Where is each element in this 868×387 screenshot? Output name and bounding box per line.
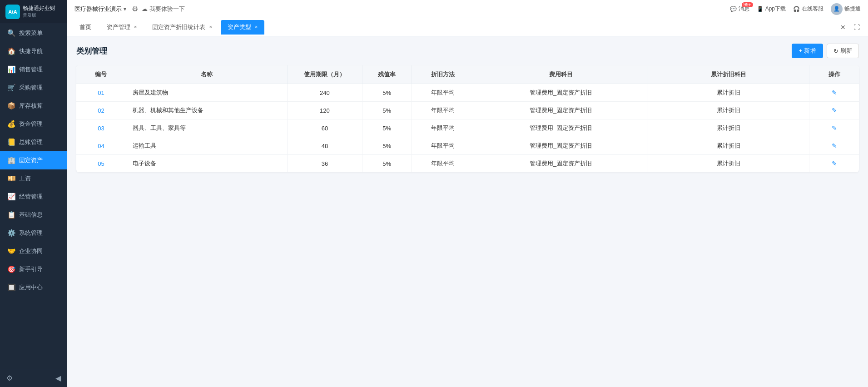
sidebar-item-label-salary: 工资 <box>19 174 31 183</box>
category-table: 编号 名称 使用期限（月） 残值率 折旧方法 费用科目 累计折旧科目 操作 01… <box>76 65 859 172</box>
cell-method-4: 年限平均 <box>412 155 474 173</box>
sidebar-item-label-sales: 销售管理 <box>19 65 43 74</box>
search-icon: 🔍 <box>7 29 15 37</box>
tab-bar-actions: ✕ ⛶ <box>837 21 863 33</box>
sidebar-item-capital[interactable]: 💰 资金管理 <box>0 115 67 133</box>
sidebar-item-app-center[interactable]: 🔲 应用中心 <box>0 278 67 297</box>
sidebar: AtA 畅捷通好业财 普及版 🔍 搜索菜单 🏠 快捷导航 📊 销售管理 🛒 采购… <box>0 0 67 387</box>
ledger-icon: 📒 <box>7 138 15 146</box>
app-center-icon: 🔲 <box>7 283 15 292</box>
sidebar-item-guide[interactable]: 🎯 新手引导 <box>0 260 67 278</box>
cell-name-2: 器具、工具、家具等 <box>126 119 288 137</box>
experience-button[interactable]: ☁ 我要体验一下 <box>142 5 185 13</box>
sidebar-item-sales[interactable]: 📊 销售管理 <box>0 60 67 79</box>
cell-no-0[interactable]: 01 <box>76 84 126 102</box>
tab-asset-type[interactable]: 资产类型 × <box>221 20 264 35</box>
sidebar-item-quick-nav[interactable]: 🏠 快捷导航 <box>0 42 67 60</box>
dropdown-arrow-icon: ▾ <box>124 6 126 12</box>
sidebar-item-enterprise[interactable]: 🤝 企业协同 <box>0 242 67 260</box>
cell-accumulation-2: 累计折旧 <box>648 119 809 137</box>
quick-nav-icon: 🏠 <box>7 47 15 55</box>
topbar-left: 医疗器械行业演示 ▾ ⚙ ☁ 我要体验一下 <box>74 5 185 13</box>
cell-no-4[interactable]: 05 <box>76 155 126 173</box>
tab-asset-mgmt[interactable]: 资产管理 × <box>100 20 144 35</box>
refresh-button[interactable]: ↻ 刷新 <box>827 44 859 58</box>
tab-close-btn[interactable]: ✕ <box>837 21 849 33</box>
add-button[interactable]: + 新增 <box>792 44 823 58</box>
topbar: 医疗器械行业演示 ▾ ⚙ ☁ 我要体验一下 💬 消息 99+ 📱 App下载 🎧… <box>67 0 868 18</box>
cell-method-2: 年限平均 <box>412 119 474 137</box>
th-accumulation: 累计折旧科目 <box>648 65 809 84</box>
table-row: 05 电子设备 36 5% 年限平均 管理费用_固定资产折旧 累计折旧 ✎ <box>76 155 859 173</box>
sidebar-item-label-ledger: 总账管理 <box>19 138 43 146</box>
user-menu[interactable]: 👤 畅捷通 <box>831 3 861 15</box>
sidebar-item-label-purchase: 采购管理 <box>19 84 43 92</box>
cell-no-3[interactable]: 04 <box>76 137 126 155</box>
edit-icon-0[interactable]: ✎ <box>832 89 837 96</box>
sidebar-item-system[interactable]: ⚙️ 系统管理 <box>0 224 67 242</box>
home-tab-label: 首页 <box>79 23 91 31</box>
inventory-icon: 📦 <box>7 102 15 110</box>
tab-depreciation-close[interactable]: × <box>209 25 212 30</box>
sidebar-item-salary[interactable]: 💴 工资 <box>0 169 67 188</box>
cell-accumulation-1: 累计折旧 <box>648 102 809 119</box>
sidebar-item-operations[interactable]: 📈 经营管理 <box>0 188 67 206</box>
cell-action-2: ✎ <box>809 119 859 137</box>
sidebar-item-search[interactable]: 🔍 搜索菜单 <box>0 24 67 42</box>
th-residual: 残值率 <box>362 65 412 84</box>
app-download-icon: 📱 <box>757 6 764 12</box>
sidebar-item-label-app-center: 应用中心 <box>19 283 43 292</box>
tab-asset-type-label: 资产类型 <box>228 23 251 31</box>
cell-method-1: 年限平均 <box>412 102 474 119</box>
system-icon: ⚙️ <box>7 229 15 237</box>
cell-period-2: 60 <box>288 119 362 137</box>
cell-method-3: 年限平均 <box>412 137 474 155</box>
cell-no-1[interactable]: 02 <box>76 102 126 119</box>
sidebar-item-purchase[interactable]: 🛒 采购管理 <box>0 79 67 97</box>
purchase-icon: 🛒 <box>7 84 15 92</box>
cell-expense-2: 管理费用_固定资产折旧 <box>474 119 648 137</box>
cell-residual-1: 5% <box>362 102 412 119</box>
sidebar-item-label-inventory: 库存核算 <box>19 102 43 110</box>
cell-period-1: 120 <box>288 102 362 119</box>
sidebar-item-ledger[interactable]: 📒 总账管理 <box>0 133 67 151</box>
sidebar-item-label-fixed-assets: 固定资产 <box>19 156 43 164</box>
settings-icon[interactable]: ⚙ <box>6 374 13 382</box>
refresh-label: 刷新 <box>840 47 852 55</box>
notification-icon: 💬 <box>730 6 737 12</box>
cell-period-4: 36 <box>288 155 362 173</box>
sidebar-item-label-capital: 资金管理 <box>19 120 43 128</box>
topbar-settings-icon[interactable]: ⚙ <box>132 5 138 13</box>
table-row: 01 房屋及建筑物 240 5% 年限平均 管理费用_固定资产折旧 累计折旧 ✎ <box>76 84 859 102</box>
edit-icon-4[interactable]: ✎ <box>832 160 837 167</box>
cell-expense-3: 管理费用_固定资产折旧 <box>474 137 648 155</box>
cell-no-2[interactable]: 03 <box>76 119 126 137</box>
sidebar-item-label-operations: 经营管理 <box>19 193 43 201</box>
edit-icon-2[interactable]: ✎ <box>832 124 837 132</box>
tab-home[interactable]: 首页 <box>73 20 98 35</box>
tab-bar: 首页 资产管理 × 固定资产折旧统计表 × 资产类型 × ✕ ⛶ <box>67 18 868 36</box>
online-service-button[interactable]: 🎧 在线客服 <box>793 5 823 13</box>
notification-button[interactable]: 💬 消息 99+ <box>730 5 749 13</box>
collapse-icon[interactable]: ◀ <box>55 374 61 382</box>
sidebar-item-label-basic-info: 基础信息 <box>19 211 43 219</box>
operations-icon: 📈 <box>7 193 15 201</box>
tab-asset-type-close[interactable]: × <box>255 25 258 30</box>
tab-maximize-btn[interactable]: ⛶ <box>851 21 863 33</box>
cell-name-3: 运输工具 <box>126 137 288 155</box>
sidebar-item-basic-info[interactable]: 📋 基础信息 <box>0 206 67 224</box>
edit-icon-1[interactable]: ✎ <box>832 107 837 114</box>
cell-period-0: 240 <box>288 84 362 102</box>
table-row: 03 器具、工具、家具等 60 5% 年限平均 管理费用_固定资产折旧 累计折旧… <box>76 119 859 137</box>
tab-depreciation-table[interactable]: 固定资产折旧统计表 × <box>145 20 218 35</box>
sidebar-item-label-guide: 新手引导 <box>19 265 43 273</box>
page-header: 类别管理 + 新增 ↻ 刷新 <box>76 44 859 58</box>
page-title: 类别管理 <box>76 46 107 56</box>
company-selector[interactable]: 医疗器械行业演示 ▾ <box>74 5 126 13</box>
app-download-button[interactable]: 📱 App下载 <box>757 5 786 13</box>
sales-icon: 📊 <box>7 65 15 74</box>
sidebar-item-fixed-assets[interactable]: 🏢 固定资产 <box>0 151 67 169</box>
edit-icon-3[interactable]: ✎ <box>832 142 837 149</box>
sidebar-item-inventory[interactable]: 📦 库存核算 <box>0 97 67 115</box>
tab-asset-mgmt-close[interactable]: × <box>134 25 137 30</box>
